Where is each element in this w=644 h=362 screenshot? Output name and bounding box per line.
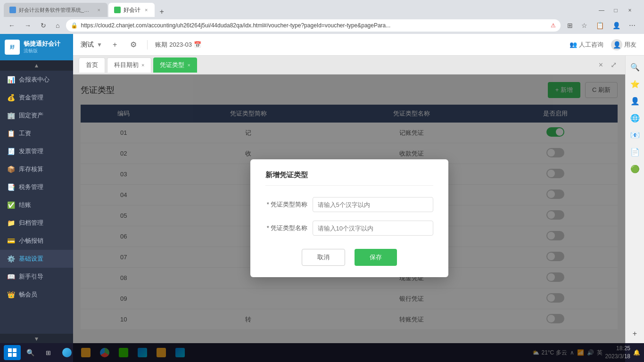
user-button[interactable]: 👤 用友	[611, 39, 636, 50]
settings-icon: ⚙️	[7, 255, 15, 263]
home-button[interactable]: ⌂	[53, 20, 62, 31]
archive-icon: 📁	[7, 219, 15, 227]
sidebar-label-inventory: 库存核算	[19, 165, 43, 173]
sidebar-item-archive[interactable]: 📁 归档管理	[0, 214, 73, 232]
sidebar-item-fixed-assets[interactable]: 🏢 固定资产	[0, 107, 73, 124]
svg-rect-2	[8, 353, 12, 357]
content-with-right: 首页 科目期初 × 凭证类型 × × ⤢	[73, 56, 644, 362]
sidebar-item-capital[interactable]: 💰 资金管理	[0, 89, 73, 107]
header-right: 👥 人工咨询 👤 用友	[570, 39, 636, 50]
app-header: 测试 ▼ + ⚙ 账期 2023-03 📅 👥 人工咨询 👤 用友	[73, 34, 644, 56]
header-settings-button[interactable]: ⚙	[127, 38, 140, 51]
full-name-input[interactable]	[313, 221, 433, 236]
add-workspace-button[interactable]: +	[110, 39, 120, 51]
logo-title: 畅捷通好会计	[24, 40, 60, 48]
sidebar-item-payroll[interactable]: 📋 工资	[0, 124, 73, 142]
taskbar-notification-icon[interactable]: 🔔	[633, 349, 640, 356]
logo-icon: 好	[5, 40, 20, 55]
profile-button[interactable]: 👤	[610, 20, 623, 31]
right-star-icon[interactable]: ⭐	[627, 76, 643, 91]
save-button[interactable]: 保存	[355, 249, 397, 266]
tab-close-2[interactable]: ×	[143, 7, 149, 13]
sidebar-label-membership: 畅会员	[19, 290, 37, 299]
checkout-icon: ✅	[7, 201, 15, 209]
workspace-selector[interactable]: 测试 ▼	[81, 41, 102, 49]
right-add-icon[interactable]: +	[627, 326, 643, 341]
consult-button[interactable]: 👥 人工咨询	[570, 41, 603, 49]
short-name-input[interactable]	[313, 197, 433, 212]
sidebar-item-expense[interactable]: 💳 小畅报销	[0, 232, 73, 250]
full-name-label: * 凭证类型名称	[265, 224, 308, 232]
user-label: 用友	[624, 41, 636, 49]
window-maximize-button[interactable]: □	[609, 4, 622, 17]
sidebar-label-expense: 小畅报销	[19, 237, 43, 245]
tax-icon: 📑	[7, 183, 15, 191]
taskbar-task-view[interactable]: ⊞	[40, 345, 57, 360]
new-tab-button[interactable]: +	[156, 7, 167, 17]
full-name-row: * 凭证类型名称	[265, 221, 433, 236]
back-button[interactable]: ←	[6, 20, 18, 31]
page-tab-nav: 首页 科目期初 × 凭证类型 × × ⤢	[73, 56, 625, 74]
browser-tab-1[interactable]: 好会计云财务软件管理系统_会计 ×	[4, 3, 107, 17]
sidebar-label-fixed-assets: 固定资产	[19, 111, 43, 120]
tab-voucher-type-close[interactable]: ×	[187, 62, 190, 68]
expense-icon: 💳	[7, 237, 15, 245]
period-info: 账期 2023-03 📅	[155, 41, 201, 49]
invoice-icon: 🧾	[7, 147, 15, 156]
consult-icon: 👥	[570, 41, 577, 48]
tab-close-1[interactable]: ×	[96, 7, 102, 13]
reload-button[interactable]: ↻	[38, 20, 49, 31]
forward-button[interactable]: →	[22, 20, 34, 31]
workspace-name: 测试	[81, 41, 94, 49]
sidebar-label-guide: 新手引导	[19, 272, 43, 281]
tab-home[interactable]: 首页	[79, 58, 105, 73]
address-bar[interactable]: 🔒 https://cloud2.chanjet.com/accounting/…	[66, 19, 561, 32]
right-apps-icon[interactable]: 🟢	[627, 161, 643, 176]
sidebar-item-settings[interactable]: ⚙️ 基础设置	[0, 250, 73, 268]
sidebar-logo[interactable]: 好 畅捷通好会计 流畅版	[0, 34, 73, 60]
sidebar-scroll-up[interactable]: ▲	[0, 60, 73, 71]
right-docs-icon[interactable]: 📄	[627, 144, 643, 159]
browser-tab-2[interactable]: 好会计 ×	[108, 3, 155, 17]
sidebar-scroll-down[interactable]: ▼	[0, 334, 73, 344]
collections-button[interactable]: 📋	[593, 20, 607, 31]
extensions-button[interactable]: ⊞	[564, 20, 576, 31]
sidebar-item-reports[interactable]: 📊 会报表中心	[0, 71, 73, 89]
tab-subject-period[interactable]: 科目期初 ×	[107, 58, 151, 73]
taskbar-search-icon[interactable]: 🔍	[23, 345, 38, 360]
sidebar-label-settings: 基础设置	[19, 255, 43, 263]
sidebar-item-guide[interactable]: 📖 新手引导	[0, 268, 73, 286]
window-close-button[interactable]: ×	[623, 4, 636, 17]
favorites-button[interactable]: ☆	[578, 20, 590, 31]
url-warning-icon: ⚠	[551, 22, 556, 29]
window-minimize-button[interactable]: —	[595, 4, 608, 17]
sidebar-item-inventory[interactable]: 📦 库存核算	[0, 160, 73, 178]
right-globe-icon[interactable]: 🌐	[627, 110, 643, 125]
svg-rect-3	[13, 353, 17, 357]
right-user-icon[interactable]: 👤	[627, 93, 643, 108]
start-button[interactable]	[4, 345, 21, 360]
sidebar-item-membership[interactable]: 👑 畅会员	[0, 286, 73, 304]
short-name-label: * 凭证类型简称	[265, 200, 308, 209]
calendar-icon[interactable]: 📅	[194, 41, 201, 48]
svg-rect-1	[13, 348, 17, 352]
more-button[interactable]: ⋯	[626, 20, 638, 31]
cancel-button[interactable]: 取消	[302, 249, 345, 266]
inventory-icon: 📦	[7, 165, 15, 173]
right-mail-icon[interactable]: 📧	[627, 127, 643, 142]
tab-nav-expand-icon[interactable]: ⤢	[608, 60, 619, 69]
tab-voucher-type[interactable]: 凭证类型 ×	[153, 58, 197, 73]
inner-content: 首页 科目期初 × 凭证类型 × × ⤢	[73, 56, 625, 362]
sidebar-item-checkout[interactable]: ✅ 结账	[0, 196, 73, 214]
tab-subject-period-close[interactable]: ×	[141, 62, 144, 68]
sidebar-label-payroll: 工资	[19, 129, 31, 138]
tab-nav-close-icon[interactable]: ×	[596, 61, 606, 69]
capital-icon: 💰	[7, 93, 15, 102]
right-panel: 🔍 ⭐ 👤 🌐 📧 📄 🟢 + ⚙	[625, 56, 644, 362]
sidebar-item-invoice[interactable]: 🧾 发票管理	[0, 142, 73, 160]
sidebar-item-tax[interactable]: 📑 税务管理	[0, 178, 73, 196]
short-name-row: * 凭证类型简称	[265, 197, 433, 212]
right-search-icon[interactable]: 🔍	[627, 59, 643, 74]
tab-subject-period-label: 科目期初	[114, 61, 139, 69]
header-divider	[147, 40, 148, 49]
